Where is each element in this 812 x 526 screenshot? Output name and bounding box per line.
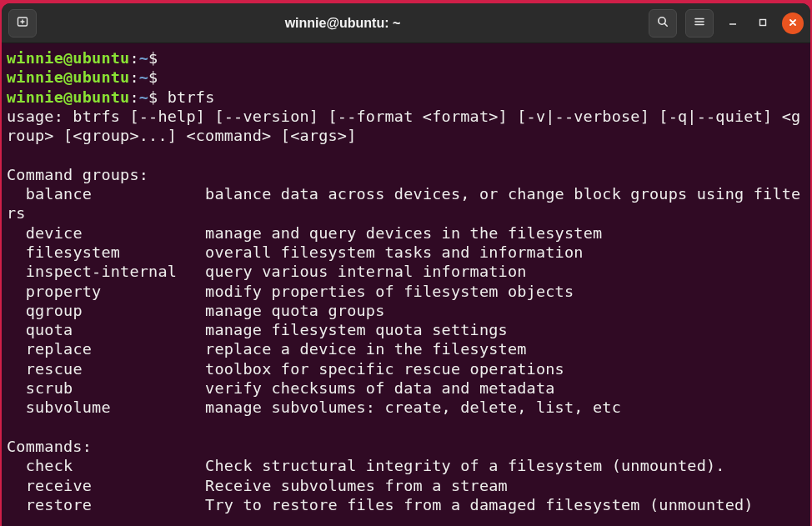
prompt-line: winnie@ubuntu:~$ btrfs — [7, 88, 805, 107]
group-line: scrub verify checksums of data and metad… — [7, 378, 805, 398]
group-line: subvolume manage subvolumes: create, del… — [7, 398, 805, 417]
close-button[interactable] — [782, 13, 804, 34]
command-line: restore Try to restore files from a dama… — [7, 495, 805, 514]
blank-line — [7, 145, 805, 164]
window-title: winnie@ubuntu: ~ — [43, 16, 642, 31]
prompt-user-host: winnie@ubuntu — [7, 68, 129, 86]
blank-line — [7, 418, 805, 437]
command-text: btrfs — [168, 88, 215, 106]
prompt-line: winnie@ubuntu:~$ — [7, 48, 805, 68]
group-line: rescue toolbox for specific rescue opera… — [7, 359, 805, 378]
group-line: quota manage filesystem quota settings — [7, 320, 805, 339]
usage-line: usage: btrfs [--help] [--version] [--for… — [7, 107, 805, 146]
groups-header: Command groups: — [7, 165, 805, 184]
group-line: device manage and query devices in the f… — [7, 223, 805, 243]
command-line: receive Receive subvolumes from a stream — [7, 476, 805, 495]
group-line: filesystem overall filesystem tasks and … — [7, 243, 805, 262]
terminal-body[interactable]: winnie@ubuntu:~$ winnie@ubuntu:~$ winnie… — [2, 43, 810, 526]
prompt-colon: : — [129, 88, 138, 106]
search-icon — [656, 15, 669, 32]
command-line: check Check structural integrity of a fi… — [7, 456, 805, 475]
new-tab-button[interactable] — [8, 9, 37, 38]
group-line: balance balance data across devices, or … — [7, 184, 805, 223]
maximize-button[interactable] — [752, 13, 774, 34]
prompt-symbol: $ — [148, 49, 168, 67]
svg-rect-2 — [760, 20, 766, 26]
minimize-button[interactable] — [722, 13, 744, 34]
new-tab-icon — [16, 15, 29, 32]
menu-button[interactable] — [685, 9, 714, 38]
prompt-user-host: winnie@ubuntu — [7, 88, 129, 106]
group-line: property modify properties of filesystem… — [7, 282, 805, 301]
prompt-symbol: $ — [148, 68, 168, 86]
titlebar: winnie@ubuntu: ~ — [2, 3, 810, 43]
maximize-icon — [758, 15, 768, 31]
prompt-path: ~ — [139, 68, 148, 86]
prompt-path: ~ — [139, 49, 148, 67]
terminal-window: winnie@ubuntu: ~ — [2, 3, 810, 526]
minimize-icon — [728, 15, 738, 31]
prompt-line: winnie@ubuntu:~$ — [7, 68, 805, 87]
prompt-colon: : — [129, 49, 138, 67]
commands-header: Commands: — [7, 437, 805, 456]
close-icon — [788, 15, 798, 31]
group-line: replace replace a device in the filesyst… — [7, 339, 805, 358]
hamburger-icon — [693, 15, 706, 32]
prompt-user-host: winnie@ubuntu — [7, 49, 129, 67]
prompt-path: ~ — [139, 88, 148, 106]
search-button[interactable] — [649, 9, 677, 38]
prompt-symbol: $ — [148, 88, 168, 106]
group-line: inspect-internal query various internal … — [7, 262, 805, 281]
group-line: qgroup manage quota groups — [7, 301, 805, 320]
prompt-colon: : — [129, 68, 138, 86]
